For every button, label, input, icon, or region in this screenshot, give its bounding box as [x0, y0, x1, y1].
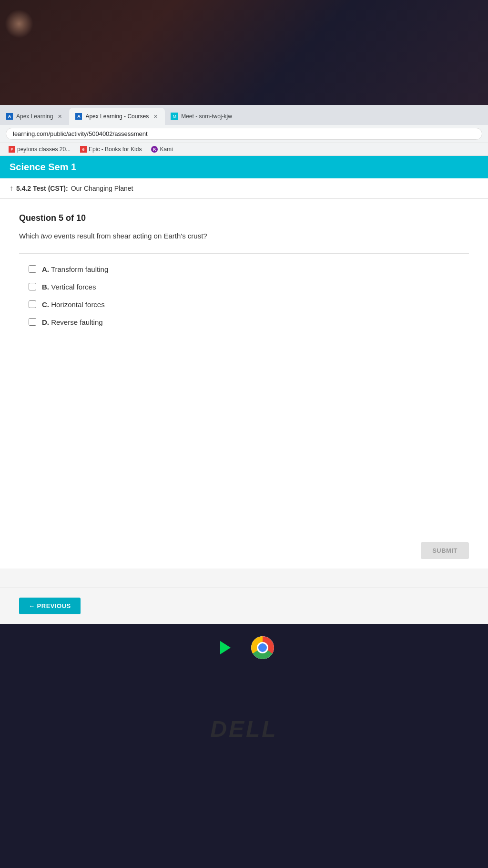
tab-label-apex-courses: Apex Learning - Courses	[85, 113, 149, 120]
answer-text-d: Reverse faulting	[51, 318, 102, 326]
bookmark-label-epic: Epic - Books for Kids	[89, 146, 142, 153]
divider	[19, 253, 469, 254]
tab-favicon-apex-courses: A	[75, 113, 82, 120]
bookmark-kami[interactable]: K Kami	[148, 145, 175, 154]
breadcrumb: ↑ 5.4.2 Test (CST): Our Changing Planet	[0, 178, 488, 199]
answer-option-d[interactable]: D. Reverse faulting	[29, 318, 469, 326]
submit-area: SUBMIT	[0, 533, 488, 568]
answer-option-a[interactable]: A. Transform faulting	[29, 265, 469, 273]
tab-apex-courses[interactable]: A Apex Learning - Courses ✕	[69, 108, 165, 125]
tab-apex-learning[interactable]: A Apex Learning ✕	[0, 108, 69, 125]
checkbox-d[interactable]	[29, 318, 36, 326]
answer-label-b: B. Vertical forces	[42, 283, 96, 291]
photo-overlay	[0, 0, 488, 105]
dell-area: DELL	[0, 681, 488, 776]
answer-option-c[interactable]: C. Horizontal forces	[29, 300, 469, 309]
page-content: Science Sem 1 ↑ 5.4.2 Test (CST): Our Ch…	[0, 156, 488, 624]
tab-favicon-meet: M	[171, 113, 178, 120]
question-header: Question 5 of 10	[19, 213, 469, 223]
bookmark-favicon-kami: K	[151, 146, 158, 153]
course-header: Science Sem 1	[0, 156, 488, 178]
answer-options: A. Transform faulting B. Vertical forces…	[29, 265, 469, 326]
bookmarks-bar: P peytons classes 20... e Epic - Books f…	[0, 143, 488, 156]
dell-logo: DELL	[210, 716, 277, 742]
bookmark-label-kami: Kami	[160, 146, 173, 153]
tab-close-apex-courses[interactable]: ✕	[152, 113, 159, 120]
tab-label-apex-learning: Apex Learning	[16, 113, 53, 120]
tab-label-meet: Meet - som-twoj-kjw	[181, 113, 232, 120]
address-bar	[0, 125, 488, 143]
question-text-italic: two	[41, 232, 52, 240]
answer-letter-c: C.	[42, 300, 49, 309]
bookmark-epic[interactable]: e Epic - Books for Kids	[77, 145, 144, 154]
breadcrumb-arrow: ↑	[10, 184, 13, 193]
breadcrumb-test-title: Our Changing Planet	[71, 185, 133, 192]
tab-favicon-apex-learning: A	[6, 113, 13, 120]
checkbox-b[interactable]	[29, 283, 36, 290]
question-text: Which two events result from shear actin…	[19, 231, 469, 242]
previous-button[interactable]: ← PREVIOUS	[19, 598, 81, 614]
tab-bar: A Apex Learning ✕ A Apex Learning - Cour…	[0, 105, 488, 125]
checkbox-c[interactable]	[29, 300, 36, 308]
play-store-icon[interactable]	[214, 636, 237, 659]
chrome-icon[interactable]	[251, 636, 274, 659]
answer-label-d: D. Reverse faulting	[42, 318, 103, 326]
checkbox-a[interactable]	[29, 265, 36, 273]
answer-text-a: Transform faulting	[51, 265, 108, 273]
course-title: Science Sem 1	[10, 162, 76, 172]
answer-letter-a: A.	[42, 265, 49, 273]
answer-letter-b: B.	[42, 283, 49, 291]
answer-text-b: Vertical forces	[51, 283, 96, 291]
bookmark-label-peyton: peytons classes 20...	[17, 146, 71, 153]
browser-window: A Apex Learning ✕ A Apex Learning - Cour…	[0, 105, 488, 624]
question-text-part2: events result from shear acting on Earth…	[52, 232, 207, 240]
tab-close-apex-learning[interactable]: ✕	[56, 113, 63, 120]
answer-letter-d: D.	[42, 318, 49, 326]
question-text-part1: Which	[19, 232, 41, 240]
play-triangle	[220, 641, 231, 654]
breadcrumb-test-label: 5.4.2 Test (CST):	[16, 185, 68, 192]
answer-label-a: A. Transform faulting	[42, 265, 108, 273]
tab-meet[interactable]: M Meet - som-twoj-kjw	[165, 108, 238, 125]
chrome-circle	[251, 636, 274, 659]
quiz-container: Question 5 of 10 Which two events result…	[0, 199, 488, 533]
bookmark-favicon-epic: e	[80, 146, 87, 153]
taskbar	[0, 624, 488, 681]
bookmark-peyton[interactable]: P peytons classes 20...	[6, 145, 73, 154]
nav-footer: ← PREVIOUS	[0, 588, 488, 624]
answer-label-c: C. Horizontal forces	[42, 300, 105, 309]
address-input[interactable]	[6, 128, 482, 140]
answer-option-b[interactable]: B. Vertical forces	[29, 283, 469, 291]
answer-text-c: Horizontal forces	[51, 300, 105, 309]
bookmark-favicon-peyton: P	[9, 146, 15, 153]
submit-button[interactable]: SUBMIT	[421, 542, 469, 559]
